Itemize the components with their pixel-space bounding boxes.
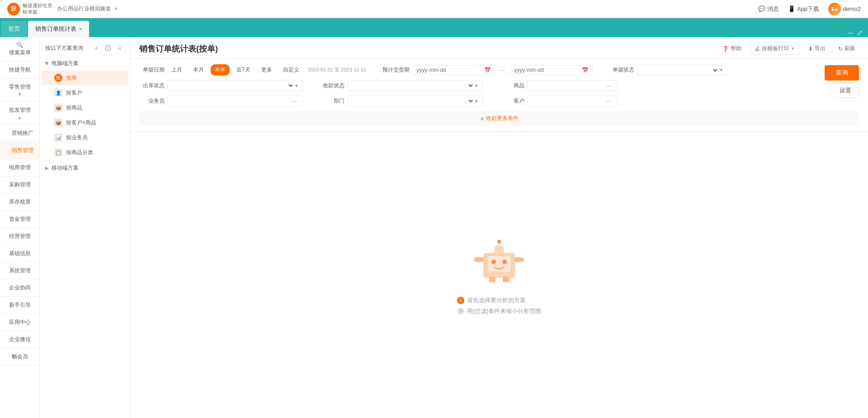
scheme-by-cust-prod-label: 按客户+商品	[66, 119, 96, 127]
department-dropdown[interactable]	[351, 97, 474, 104]
delivery-status-arrow: ▼	[294, 83, 299, 88]
breadcrumb-arrow[interactable]: ▼	[114, 6, 118, 11]
sidebar-quick-nav[interactable]: 快捷导航	[0, 62, 39, 79]
delivery-status-dropdown[interactable]	[171, 82, 294, 89]
tip-num-2: ②	[457, 308, 464, 315]
pc-group-arrow: ▶	[45, 62, 50, 66]
message-button[interactable]: 💬 消息	[758, 5, 779, 13]
sidebar-item-marketing[interactable]: 营销推广	[0, 125, 39, 142]
date-btn-last-month[interactable]: 上月	[167, 64, 186, 76]
salesperson-search-input[interactable]	[171, 98, 290, 104]
sidebar-item-operations[interactable]: 经营管理	[0, 228, 39, 245]
pc-group-header[interactable]: ▶ 电脑端方案	[40, 57, 130, 70]
sidebar-item-wholesale[interactable]: 批发管理 ▲	[0, 102, 39, 125]
tab-maximize-icon[interactable]: ⤢	[857, 28, 863, 37]
scheme-item-by-customer[interactable]: 👤 按客户	[42, 86, 128, 100]
sidebar-item-corpwx[interactable]: 企业微信	[0, 331, 39, 348]
delivery-status-filter: 出库状态 ▼	[139, 80, 303, 91]
salesperson-more-icon[interactable]: ···	[290, 97, 299, 104]
calendar-end-icon[interactable]: 📅	[582, 67, 589, 73]
tab-minimize-icon[interactable]: ─	[848, 29, 853, 37]
sidebar-item-inventory[interactable]: 库存核算	[0, 194, 39, 211]
sidebar-item-corp[interactable]: 企业协同	[0, 280, 39, 297]
page-header: 销售订单统计表(按单) ❓ 帮助 🖨 按模板打印 ▼ ⬇ 导出	[130, 37, 868, 59]
filter-area: 单据日期 上月 本月 本年 近7天 更多 自定义 2023-01-01 至 20…	[130, 59, 868, 132]
delivery-date-start-input[interactable]	[416, 67, 484, 73]
scheme-by-sales-label: 按业务员	[66, 134, 88, 142]
scheme-item-by-category[interactable]: 📋 按商品分类	[42, 145, 128, 160]
filter-row-2: 出库状态 ▼ 收款状态 ▼	[139, 80, 817, 91]
mobile-group-header[interactable]: ▶ 移动端方案	[40, 162, 130, 175]
delivery-status-select[interactable]: ▼	[167, 80, 303, 91]
top-bar-right: 💬 消息 📱 App下载 Ea demo2	[758, 3, 861, 15]
tab-sales-order-stats[interactable]: 销售订单统计表 ×	[28, 21, 89, 37]
calendar-start-icon[interactable]: 📅	[484, 67, 491, 73]
payment-status-dropdown[interactable]	[351, 82, 474, 89]
goods-input[interactable]: ···	[527, 80, 618, 91]
setting-button[interactable]: 设置	[832, 83, 859, 98]
sidebar-search[interactable]: 🔍 搜索菜单	[0, 37, 39, 62]
sidebar-item-retail[interactable]: 零售管理 ▼	[0, 79, 39, 102]
delivery-date-end[interactable]: 📅	[510, 65, 593, 75]
customer-input[interactable]: ···	[527, 95, 618, 106]
customer-more-icon[interactable]: ···	[604, 97, 613, 104]
payment-status-arrow: ▼	[474, 83, 479, 88]
export-button[interactable]: ⬇ 导出	[805, 43, 829, 54]
phone-icon: 📱	[788, 5, 795, 12]
tab-close-icon[interactable]: ×	[79, 26, 82, 32]
user-menu[interactable]: Ea demo2	[828, 3, 861, 15]
content-area: 按以下方案查询 + « ▶ 电脑端方案 按 按单	[40, 37, 868, 418]
scheme-item-by-cust-prod[interactable]: 📦 按客户+商品	[42, 115, 128, 130]
sidebar-item-appcenter[interactable]: 应用中心	[0, 314, 39, 331]
sidebar-item-newbie[interactable]: 新手引导	[0, 297, 39, 314]
salesperson-input[interactable]: ···	[167, 95, 303, 106]
date-btn-this-month[interactable]: 本月	[189, 64, 208, 76]
sidebar-item-purchase[interactable]: 采购管理	[0, 176, 39, 194]
department-select[interactable]: ▼	[347, 95, 483, 106]
date-btn-7days[interactable]: 近7天	[232, 64, 255, 76]
sidebar-item-member[interactable]: 畅会员	[0, 348, 39, 366]
breadcrumb-text: 办公用品行业模拟账套	[57, 5, 111, 13]
date-btn-more[interactable]: 更多	[257, 64, 276, 76]
scheme-add-button[interactable]: +	[92, 43, 101, 52]
date-btn-this-year[interactable]: 本年	[211, 64, 230, 76]
delivery-date-end-input[interactable]	[514, 67, 582, 73]
collapse-bar[interactable]: ∧ 收起更多条件	[139, 111, 859, 126]
scheme-item-by-order[interactable]: 按 按单	[42, 71, 128, 85]
tab-home[interactable]: 首页	[1, 21, 27, 37]
delivery-status-label: 出库状态	[139, 82, 165, 90]
bill-status-filter: 单据状态 ▼	[609, 65, 727, 76]
sidebar-item-sales[interactable]: 销售管理	[0, 142, 39, 159]
delivery-date-start[interactable]: 📅	[412, 65, 495, 75]
search-icon: 🔍	[16, 42, 23, 48]
customer-search-input[interactable]	[531, 98, 604, 104]
svg-point-5	[491, 260, 496, 264]
refresh-button[interactable]: ↻ 刷新	[835, 43, 859, 54]
scheme-item-by-sales[interactable]: 📊 按业务员	[42, 130, 128, 145]
bill-status-select[interactable]: ▼	[637, 65, 727, 76]
scheme-by-sales-icon: 📊	[54, 133, 62, 142]
tip-num-1: ①	[457, 297, 464, 304]
logo-icon: 好	[7, 3, 20, 15]
sidebar-item-finance[interactable]: 资金管理	[0, 211, 39, 228]
sidebar-item-ecommerce[interactable]: 电商管理	[0, 159, 39, 176]
goods-search-input[interactable]	[531, 82, 604, 89]
department-filter: 部门 ▼	[319, 95, 483, 106]
bill-status-dropdown[interactable]	[641, 66, 719, 74]
scheme-collapse-button[interactable]: «	[115, 43, 124, 52]
salesperson-filter: 业务员 ···	[139, 95, 303, 106]
date-btn-custom[interactable]: 自定义	[279, 64, 303, 76]
scheme-item-by-product[interactable]: 📦 按商品	[42, 100, 128, 115]
help-icon: ❓	[722, 46, 729, 52]
print-arrow: ▼	[791, 46, 795, 51]
sidebar-item-system[interactable]: 系统管理	[0, 262, 39, 280]
scheme-by-order-icon: 按	[54, 74, 62, 82]
goods-more-icon[interactable]: ···	[604, 82, 613, 89]
query-button[interactable]: 查询	[825, 65, 859, 81]
sidebar-item-basic[interactable]: 基础信息	[0, 245, 39, 262]
scheme-edit-button[interactable]	[104, 43, 113, 52]
help-button[interactable]: ❓ 帮助	[718, 43, 745, 54]
payment-status-select[interactable]: ▼	[347, 80, 483, 91]
print-button[interactable]: 🖨 按模板打印 ▼	[750, 43, 799, 55]
app-download-button[interactable]: 📱 App下载	[788, 5, 819, 13]
